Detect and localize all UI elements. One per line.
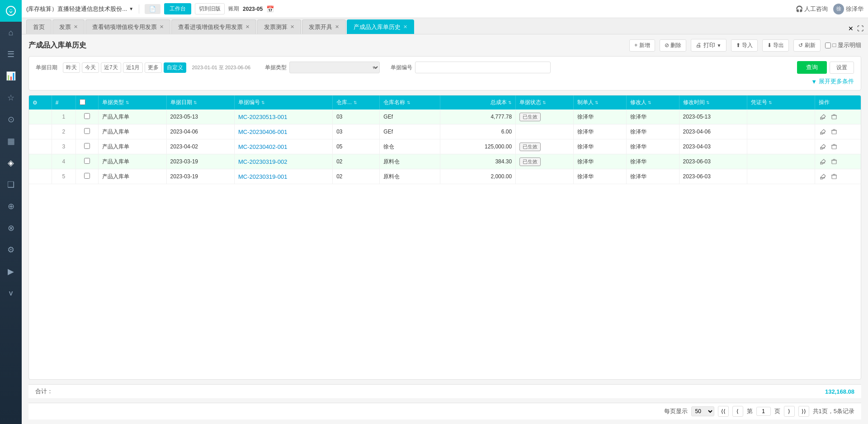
refresh-btn[interactable]: ↺ 刷新: [793, 39, 820, 52]
help-btn[interactable]: 🎧 人工咨询: [796, 5, 828, 13]
page-input[interactable]: [756, 407, 771, 416]
th-code[interactable]: 单据编号 ⇅: [234, 95, 332, 110]
cell-code[interactable]: MC-20230513-001: [234, 110, 332, 124]
delete-btn[interactable]: ⊘ 删除: [660, 39, 686, 52]
last1month-btn[interactable]: 近1月: [123, 62, 143, 73]
tab-invoice[interactable]: 发票 ✕: [52, 19, 85, 34]
cell-code[interactable]: MC-20230406-001: [234, 124, 332, 139]
calendar-icon[interactable]: 📅: [266, 5, 274, 13]
th-status[interactable]: 单据状态 ⇅: [516, 95, 574, 110]
cell-code[interactable]: MC-20230402-001: [234, 139, 332, 154]
yesterday-btn[interactable]: 昨天: [63, 62, 80, 73]
tab-calc[interactable]: 发票测算 ✕: [257, 19, 301, 34]
doc-btn[interactable]: 📄: [145, 4, 160, 14]
custom-btn[interactable]: 自定义: [164, 62, 186, 73]
sidebar-item-module3[interactable]: ◈: [0, 152, 22, 174]
tab-close-product-history[interactable]: ✕: [403, 24, 407, 30]
prev-page-btn[interactable]: ⟨: [732, 406, 743, 417]
tab-product-history[interactable]: 产成品入库单历史 ✕: [347, 19, 414, 34]
tab-close-all-icon[interactable]: ✕: [848, 25, 854, 32]
code-link[interactable]: MC-20230319-001: [238, 173, 287, 180]
th-warehouse-name[interactable]: 仓库名称 ⇅: [380, 95, 440, 110]
sidebar-item-module6[interactable]: ⊗: [0, 217, 22, 239]
edit-icon[interactable]: [819, 157, 828, 166]
edit-icon[interactable]: [819, 142, 828, 151]
delete-icon[interactable]: [830, 172, 839, 181]
th-type[interactable]: 单据类型 ⇅: [99, 95, 166, 110]
user-info[interactable]: 徐 徐泽华: [833, 4, 863, 14]
sidebar-item-settings[interactable]: ⚙: [0, 239, 22, 261]
workbench-btn[interactable]: 工作台: [164, 3, 191, 14]
new-btn[interactable]: + 新增: [629, 39, 655, 52]
row-checkbox[interactable]: [84, 128, 90, 134]
cell-check[interactable]: [76, 124, 99, 139]
tab-close-issue[interactable]: ✕: [335, 24, 339, 30]
display-detail[interactable]: □ 显示明细: [825, 41, 861, 49]
sidebar-item-menu[interactable]: ☰: [0, 43, 22, 65]
next-page-btn[interactable]: ⟩: [784, 406, 795, 417]
tab-sales-invoice[interactable]: 查看销项增值税专用发票 ✕: [85, 19, 170, 34]
select-all-checkbox[interactable]: [80, 99, 85, 105]
delete-icon[interactable]: [830, 112, 839, 121]
per-page-select[interactable]: 20 50 100: [691, 406, 714, 416]
tab-close-sales[interactable]: ✕: [160, 24, 164, 30]
row-checkbox[interactable]: [84, 158, 90, 164]
cell-check[interactable]: [76, 154, 99, 169]
th-settings[interactable]: ⚙: [29, 95, 52, 110]
th-warehouse-code[interactable]: 仓库... ⇅: [333, 95, 380, 110]
row-checkbox[interactable]: [84, 173, 90, 179]
code-link[interactable]: MC-20230319-002: [238, 158, 287, 165]
tab-expand-icon[interactable]: ⛶: [857, 25, 863, 32]
delete-icon[interactable]: [830, 157, 839, 166]
sidebar-item-version[interactable]: V: [0, 282, 22, 304]
tab-issue[interactable]: 发票开具 ✕: [302, 19, 346, 34]
company-name[interactable]: (库存核算）直播轻捷通信息技术股份... ▼: [26, 5, 133, 13]
delete-icon[interactable]: [830, 127, 839, 136]
sidebar-item-home[interactable]: ⌂: [0, 22, 22, 43]
code-link[interactable]: MC-20230513-001: [238, 114, 287, 120]
cell-check[interactable]: [76, 110, 99, 124]
sidebar-item-star[interactable]: ☆: [0, 87, 22, 109]
edit-icon[interactable]: [819, 172, 828, 181]
type-select[interactable]: 产品入库单: [289, 62, 380, 73]
code-input[interactable]: [415, 62, 551, 73]
tab-purchase-invoice[interactable]: 查看进项增值税专用发票 ✕: [171, 19, 256, 34]
first-page-btn[interactable]: ⟨⟨: [718, 406, 729, 417]
th-date[interactable]: 单据日期 ⇅: [166, 95, 234, 110]
last-page-btn[interactable]: ⟩⟩: [798, 406, 809, 417]
cell-check[interactable]: [76, 139, 99, 154]
sidebar-item-module2[interactable]: ▦: [0, 130, 22, 152]
row-checkbox[interactable]: [84, 143, 90, 149]
export-btn[interactable]: ⬇ 导出: [762, 39, 789, 52]
import-btn[interactable]: ⬆ 导入: [731, 39, 758, 52]
sidebar-item-module1[interactable]: ⊙: [0, 109, 22, 130]
sidebar-item-module4[interactable]: ❑: [0, 174, 22, 195]
switch-btn[interactable]: 切到旧版: [195, 3, 225, 14]
code-link[interactable]: MC-20230406-001: [238, 129, 287, 135]
last7days-btn[interactable]: 近7天: [101, 62, 121, 73]
row-checkbox[interactable]: [84, 113, 90, 119]
expand-conditions-btn[interactable]: ▼ 展开更多条件: [811, 77, 854, 86]
code-link[interactable]: MC-20230402-001: [238, 143, 287, 150]
edit-icon[interactable]: [819, 127, 828, 136]
delete-icon[interactable]: [830, 142, 839, 151]
cell-code[interactable]: MC-20230319-002: [234, 154, 332, 169]
query-btn[interactable]: 查询: [797, 61, 827, 74]
tab-close-purchase[interactable]: ✕: [245, 24, 250, 30]
today-btn[interactable]: 今天: [82, 62, 99, 73]
sidebar-item-module5[interactable]: ⊕: [0, 195, 22, 217]
edit-icon[interactable]: [819, 112, 828, 121]
th-modifier[interactable]: 修改人 ⇅: [626, 95, 679, 110]
sidebar-item-play[interactable]: ▶: [0, 261, 22, 282]
tab-close-calc[interactable]: ✕: [290, 24, 294, 30]
more-btn[interactable]: 更多: [145, 62, 162, 73]
th-mod-time[interactable]: 修改时间 ⇅: [679, 95, 747, 110]
cell-check[interactable]: [76, 169, 99, 184]
set-btn[interactable]: 设置: [830, 62, 854, 74]
th-creator[interactable]: 制单人 ⇅: [573, 95, 626, 110]
cell-code[interactable]: MC-20230319-001: [234, 169, 332, 184]
display-detail-checkbox[interactable]: [825, 43, 831, 48]
tab-close-invoice[interactable]: ✕: [74, 24, 78, 30]
th-total[interactable]: 总成本 ⇅: [440, 95, 516, 110]
tab-home[interactable]: 首页: [26, 19, 52, 34]
